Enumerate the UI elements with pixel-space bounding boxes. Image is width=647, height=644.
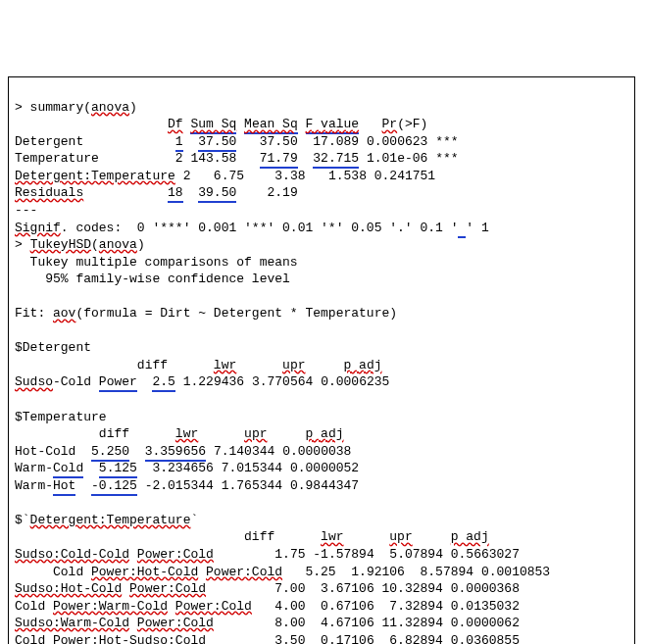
int-row: Sudso:Hot-Cold Power:Cold 7.00 3.67106 1… [15,581,520,596]
anova-row: Temperature 2 143.58 71.79 32.715 1.01e-… [15,151,459,169]
temp-row: Warm-Hot -0.125 -2.015344 1.765344 0.984… [15,478,359,496]
text: 95% family-wise confidence level [15,272,290,286]
console-output: > summary(anova) Df Sum Sq Mean Sq F val… [8,76,635,644]
int-row: Cold Power:Hot-Sudso:Cold 3.50 0.17106 6… [15,633,520,644]
int-header: diff lwr upr p adj [15,529,489,544]
temp-row: Hot-Cold 5.250 3.359656 7.140344 0.00000… [15,444,351,462]
int-row: Cold Power:Warm-Cold Power:Cold 4.00 0.6… [15,599,520,614]
section: $Temperature [15,410,107,424]
anova-row: Detergent:Temperature 2 6.75 3.38 1.538 … [15,169,435,183]
int-row: Sudso:Cold-Cold Power:Cold 1.75 -1.57894… [15,547,520,562]
anova-header: Df Sum Sq Mean Sq F value Pr(>F) [15,117,427,134]
int-row: Cold Power:Hot-Cold Power:Cold 5.25 1.92… [15,565,550,579]
cmd: > TukeyHSD(anova) [15,237,145,252]
anova-row: Detergent 1 37.50 37.50 17.089 0.000623 … [15,134,459,152]
section: $`Detergent:Temperature` [15,513,198,527]
text: Tukey multiple comparisons of means [15,255,298,270]
sep: --- [15,203,37,218]
cmd: > summary(anova) [15,100,137,115]
det-header: diff lwr upr p adj [15,358,382,372]
anova-row: Residuals 18 39.50 2.19 [15,185,298,203]
signif: Signif. codes: 0 '***' 0.001 '**' 0.01 '… [15,221,489,238]
fit: Fit: aov(formula = Dirt ~ Detergent * Te… [15,306,397,321]
temp-header: diff lwr upr p adj [15,426,344,441]
det-row: Sudso-Cold Power 2.5 1.229436 3.770564 0… [15,374,389,392]
section: $Detergent [15,340,91,355]
int-row: Sudso:Warm-Cold Power:Cold 8.00 4.67106 … [15,616,520,630]
temp-row: Warm-Cold 5.125 3.234656 7.015344 0.0000… [15,461,359,478]
